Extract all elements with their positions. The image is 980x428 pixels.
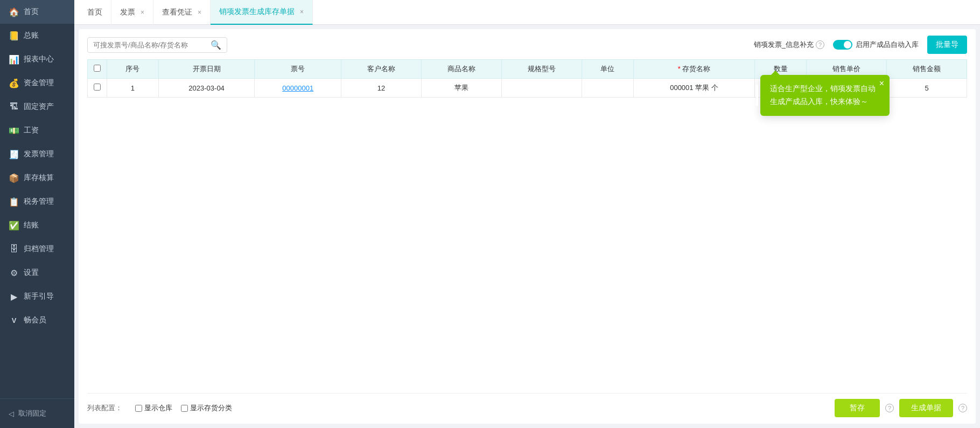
sidebar-bottom: ◁ 取消固定 <box>0 398 74 428</box>
sidebar-item-funds[interactable]: 💰 资金管理 <box>0 71 74 95</box>
row-date: 2023-03-04 <box>158 79 254 98</box>
tab-stock-close[interactable]: × <box>300 8 304 16</box>
ledger-icon: 📒 <box>9 30 19 41</box>
settings-icon: ⚙ <box>9 267 19 278</box>
batch-button[interactable]: 批量导 <box>927 36 967 54</box>
row-checkbox[interactable] <box>94 84 101 91</box>
reports-icon: 📊 <box>9 54 19 65</box>
sidebar-item-label: 畅会员 <box>24 315 46 325</box>
sidebar-item-label: 设置 <box>24 268 39 278</box>
sidebar-item-settings[interactable]: ⚙ 设置 <box>0 261 74 285</box>
show-stock-category-checkbox-label[interactable]: 显示存货分类 <box>181 403 232 413</box>
funds-icon: 💰 <box>9 78 19 88</box>
toolbar: 🔍 销项发票_信息补充 ? 启用产成品自动入库 批量导 <box>87 36 967 54</box>
sidebar-item-label: 归档管理 <box>24 244 54 254</box>
th-no: 票号 <box>255 60 341 79</box>
sidebar: 🏠 首页 📒 总账 📊 报表中心 💰 资金管理 🏗 固定资产 💵 工资 🧾 发票… <box>0 0 74 428</box>
save-button[interactable]: 暂存 <box>835 399 880 417</box>
undo-fixed-label: 取消固定 <box>18 409 46 418</box>
sidebar-item-archive[interactable]: 🗄 归档管理 <box>0 237 74 261</box>
tab-home[interactable]: 首页 <box>79 0 111 25</box>
row-amount: 5 <box>887 79 967 98</box>
generate-help-icon[interactable]: ? <box>958 404 967 412</box>
row-spec <box>501 79 582 98</box>
toggle-area: 启用产成品自动入库 <box>833 40 919 50</box>
sidebar-item-label: 结账 <box>24 220 39 230</box>
sidebar-item-inventory[interactable]: 📦 库存核算 <box>0 166 74 190</box>
search-icon[interactable]: 🔍 <box>211 40 221 50</box>
tab-invoice-close[interactable]: × <box>141 9 144 16</box>
row-unit <box>582 79 633 98</box>
th-stock-name: * 存货名称 <box>633 60 755 79</box>
info-label: 销项发票_信息补充 ? <box>754 40 824 50</box>
sidebar-item-invoice[interactable]: 🧾 发票管理 <box>0 142 74 166</box>
sidebar-item-label: 总账 <box>24 31 39 40</box>
sidebar-item-tax[interactable]: 📋 税务管理 <box>0 190 74 213</box>
show-warehouse-checkbox-label[interactable]: 显示仓库 <box>135 403 172 413</box>
save-help-icon[interactable]: ? <box>885 404 894 412</box>
bottom-bar: 列表配置： 显示仓库 显示存货分类 暂存 ? 生成单据 ? <box>87 393 967 417</box>
search-input[interactable] <box>93 41 207 49</box>
vip-icon: V <box>9 315 19 326</box>
row-no-link[interactable]: 00000001 <box>282 84 313 92</box>
tab-voucher[interactable]: 查看凭证 × <box>153 0 211 25</box>
tab-voucher-close[interactable]: × <box>198 9 201 16</box>
toggle-label: 启用产成品自动入库 <box>856 40 919 50</box>
guide-icon: ▶ <box>9 291 19 302</box>
sidebar-item-label: 报表中心 <box>24 54 54 64</box>
tab-invoice[interactable]: 发票 × <box>111 0 153 25</box>
info-help-icon[interactable]: ? <box>816 40 824 49</box>
auto-stock-toggle[interactable] <box>833 40 852 50</box>
sidebar-item-vip[interactable]: V 畅会员 <box>0 308 74 332</box>
home-icon: 🏠 <box>9 6 19 17</box>
search-box[interactable]: 🔍 <box>87 37 227 53</box>
bottom-actions: 暂存 ? 生成单据 ? <box>835 399 967 417</box>
row-no: 00000001 <box>255 79 341 98</box>
toolbar-right: 销项发票_信息补充 ? 启用产成品自动入库 批量导 <box>754 36 967 54</box>
row-checkbox-cell <box>88 79 107 98</box>
sidebar-item-label: 库存核算 <box>24 173 54 183</box>
sidebar-item-label: 税务管理 <box>24 197 54 206</box>
row-seq: 1 <box>107 79 159 98</box>
sidebar-item-label: 工资 <box>24 126 39 135</box>
undo-fixed-button[interactable]: ◁ 取消固定 <box>0 404 74 423</box>
salary-icon: 💵 <box>9 125 19 136</box>
row-stock-name: 000001 苹果 个 <box>633 79 755 98</box>
tooltip-close-button[interactable]: × <box>879 79 884 88</box>
sidebar-item-home[interactable]: 🏠 首页 <box>0 0 74 24</box>
assets-icon: 🏗 <box>9 101 19 112</box>
row-goods: 苹果 <box>422 79 502 98</box>
tab-home-label: 首页 <box>87 8 102 17</box>
th-spec: 规格型号 <box>501 60 582 79</box>
sidebar-item-reports[interactable]: 📊 报表中心 <box>0 47 74 71</box>
show-warehouse-checkbox[interactable] <box>135 405 142 412</box>
inventory-icon: 📦 <box>9 172 19 183</box>
archive-icon: 🗄 <box>9 244 19 254</box>
sidebar-item-closeout[interactable]: ✅ 结账 <box>0 213 74 237</box>
sidebar-item-guide[interactable]: ▶ 新手引导 <box>0 285 74 308</box>
sidebar-item-ledger[interactable]: 📒 总账 <box>0 24 74 47</box>
sidebar-item-assets[interactable]: 🏗 固定资产 <box>0 95 74 119</box>
tooltip-box: × 适合生产型企业，销项发票自动生成产成品入库，快来体验～ <box>760 75 890 116</box>
closeout-icon: ✅ <box>9 220 19 231</box>
sidebar-item-salary[interactable]: 💵 工资 <box>0 119 74 142</box>
th-customer: 客户名称 <box>341 60 422 79</box>
info-label-text: 销项发票_信息补充 <box>754 40 814 50</box>
th-unit: 单位 <box>582 60 633 79</box>
generate-button[interactable]: 生成单据 <box>899 399 953 417</box>
tooltip-text: 适合生产型企业，销项发票自动生成产成品入库，快来体验～ <box>770 84 876 106</box>
sidebar-item-label: 资金管理 <box>24 78 54 88</box>
sidebar-item-label: 固定资产 <box>24 102 54 112</box>
tab-voucher-label: 查看凭证 <box>162 8 192 17</box>
undo-icon: ◁ <box>9 410 14 418</box>
show-stock-category-checkbox[interactable] <box>181 405 188 412</box>
th-seq: 序号 <box>107 60 159 79</box>
th-checkbox <box>88 60 107 79</box>
sidebar-item-label: 首页 <box>24 7 39 17</box>
select-all-checkbox[interactable] <box>94 65 101 72</box>
tab-stock[interactable]: 销项发票生成库存单据 × <box>211 0 313 25</box>
show-warehouse-label: 显示仓库 <box>144 403 172 413</box>
sidebar-item-label: 发票管理 <box>24 149 54 159</box>
tooltip-indicator <box>756 85 758 106</box>
th-goods: 商品名称 <box>422 60 502 79</box>
